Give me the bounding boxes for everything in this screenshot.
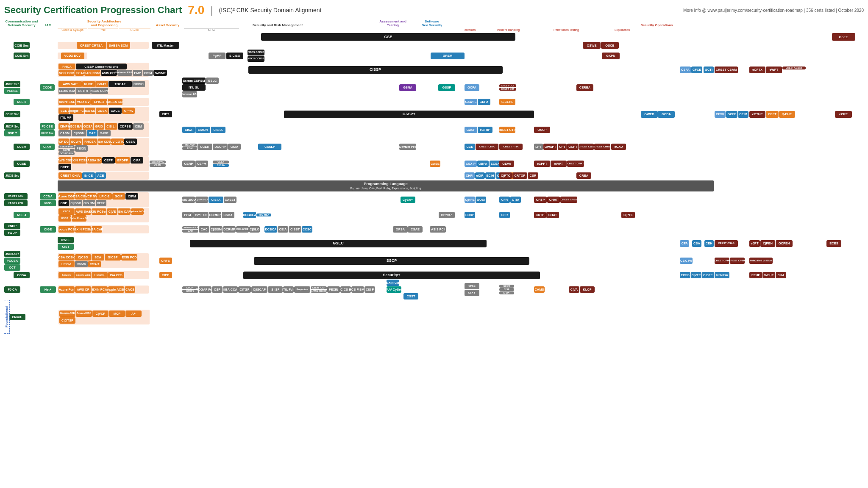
domain-ops: Security Operations [450,23,864,27]
cert-isa-cap2: ISA CAP [92,226,102,233]
cert-gcpt: GCPT [567,144,579,150]
cert-cfsr: CFSR [715,111,726,118]
cert-iiba-cca: IIBA CCA [223,286,238,293]
cert-crtop: CRTOP [512,172,527,179]
cert-nscs-ccplp: NSCS CCPLP [248,50,264,55]
cert-gasf: GASF [465,127,477,133]
cert-eism: EISM [182,147,197,150]
cert-ceh: CEH [704,240,714,247]
cert-giac-ics612: GIAC ICS612 [84,70,100,76]
cert-csa: CSA [692,240,701,247]
cert-rhca: RHCA [58,64,75,69]
cert-gstrt: GSTRT [76,88,91,94]
cert-tuv-msa: TUV MSA [256,214,271,216]
cert-crest-ctim: CREST CTIM [499,127,515,133]
cert-itil-master: ITIL Master [152,42,179,49]
cert-cissp: CISSP [248,66,503,74]
cert-pcnse: PCNSE [4,88,20,94]
cert-cssa: CSSA [124,139,137,145]
cert-s-isp: S-ISP [98,130,111,136]
cert-mile2-rvb: Mile2 Red vs Blue [749,258,773,264]
cert-owse: OWSE [58,237,74,243]
cert-oscp: OSCP [534,127,550,133]
cert-cha: CHA [776,272,786,278]
cert-gweb: GWEB [641,111,658,118]
cert-cysa: CySA+ [401,197,415,203]
cert-itil-mp: ITIL MP [58,114,73,121]
cert-vcdx-dcv: VCDX DCV [61,53,84,59]
cert-glcsp: GICSP [105,254,121,261]
cert-cjnfe: C|NFE [465,197,475,203]
cert-net-plus: Net+ [40,286,56,293]
cert-aws-css: AWS CSS [58,157,71,164]
cert-pgmp: PgMP [209,53,225,59]
cert-nscs-ccpsp: NSCS CCPSP [248,56,264,62]
cert-nscs-ccpp: NSCS CCPP [91,88,108,94]
cert-ctia: CTIA [510,197,521,203]
subdomain-nix: *nix [88,28,118,31]
cert-exin-pca: EXIN PCA [92,286,108,293]
domain-arch: Security Architectureand Engineering [58,19,151,27]
cert-lpic2: LPIC-2 [97,193,112,200]
cert-cgeit: CGEIT [198,144,212,150]
cert-crest-cws: CREST CWS [579,144,594,150]
domain-comm: Communication andNetwork Security [4,19,39,27]
cert-csa-ccsk: CSA CCSK [58,254,75,261]
cert-server-plus: Server+ [58,272,75,278]
cert-togaf: TOGAF [108,81,132,87]
cert-gcip: GCIP [112,193,125,200]
subtitle: (ISC)² CBK Security Domain Alignment [219,7,322,14]
cert-cipt: CIPT [159,111,172,117]
cert-crest-cptia: CREST CPTIA [730,258,745,264]
cert-crest-cmre: CREST CMRE [594,144,610,150]
cert-capm: CAPM [150,164,166,167]
cert-osee: OSEE [832,33,855,41]
cert-ecthp: eCTHP [749,111,765,118]
cert-csx-f: CSX-F [465,290,479,296]
cert-cfce: CFCE [691,67,702,73]
cert-crest-csam: CREST CSAM [715,67,738,73]
cert-gcia: GCIA [228,144,241,150]
cert-exin-pcd: EXIN PCD [121,254,137,261]
cert-pmp: PMP [133,70,142,76]
cert-epdpp: EPDPP [115,157,130,164]
cert-gcti: GCTI [704,67,714,73]
cert-edrp: EDRP [465,212,475,218]
cert-gppa: GPPA [122,108,135,114]
cert-cis-f: CIS F [364,286,375,293]
cert-bcs-fismp: BCS FISMP [351,286,364,293]
cert-vcp-dcv: VCP DCV [58,139,69,145]
cert-fexin: FEXIN [327,286,340,293]
cert-opse: OPSE [465,283,479,289]
cert-cipm: CIPM [125,193,138,200]
cert-ccie-ent: CCIE Ent [14,53,30,59]
cert-gsna: GSNA [399,84,416,91]
cert-gnfa: GNFA [478,99,490,105]
cert-sabsa-scp: SABSA SCP [108,99,122,105]
cert-chat2: CHAT [546,212,559,218]
cert-lpic-1: LPIC-1 [58,261,75,267]
cert-crest-ccsas: CREST CCSAS [782,67,806,69]
cert-dri-acrp: DRI ACRP [236,226,249,233]
cert-crtp2: CRTP [534,212,546,218]
cert-crest-cpia: CREST CPIA [715,258,729,264]
cert-jncip-sec: JNCIP Sec [4,123,20,130]
banner-programming: Programming LanguagePython, Java, C++, P… [58,180,714,191]
cert-osce: OSCE [601,42,619,49]
cert-isa-cap: ISA CAP [118,208,131,215]
cert-csp: CSP [212,286,223,293]
subdomain-cloud: Cloud & SysOps [58,28,87,31]
cert-crest-cria: CREST CRIA [476,144,498,150]
cert-exin-cit: EXIN CIT [387,280,399,286]
cert-eexin-ism: EEXIN ISM [58,88,75,94]
cert-gssp: GSSP [438,84,455,91]
cert-gcda: GCDA [658,111,675,118]
cert-cisst: CISST [289,226,301,233]
cert-isa-cfs: ISA CFS [108,272,124,278]
cert-jncie-sec: JNCIE Sec [4,81,20,87]
cert-gxpn: GXPN [602,53,620,59]
cert-itil-fdn: ITIL Fdn [283,286,294,293]
cert-exin-pcserv: EXIN PCSerM [92,208,106,215]
cert-cjsp: C|SP [499,288,514,291]
domain-risk: Security and Risk Management [184,23,371,27]
